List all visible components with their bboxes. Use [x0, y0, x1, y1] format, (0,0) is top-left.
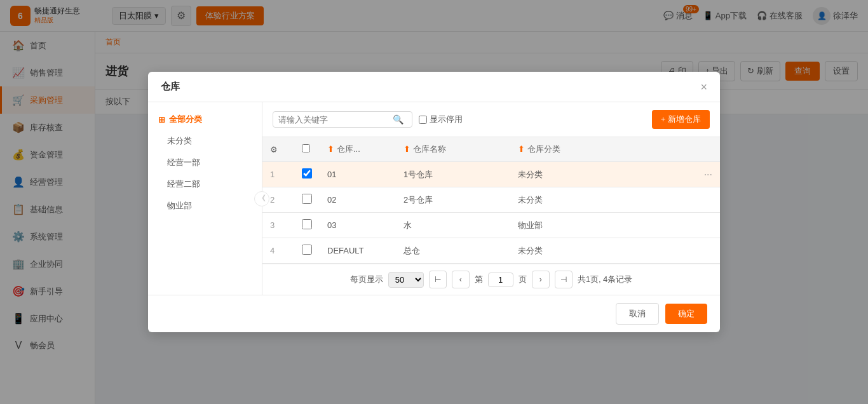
grid-icon: ⊞: [158, 115, 165, 125]
table-row[interactable]: 3 03 水 物业部: [262, 213, 720, 238]
row-category: 物业部: [510, 213, 720, 238]
col-code[interactable]: ⬆仓库...: [320, 137, 396, 162]
page-last-btn[interactable]: ⊣: [555, 271, 573, 288]
page-prev-btn[interactable]: ‹: [452, 271, 470, 288]
search-input[interactable]: [278, 115, 393, 125]
page-input[interactable]: [488, 273, 513, 287]
page-first-btn[interactable]: ⊢: [429, 271, 447, 288]
cancel-btn[interactable]: 取消: [616, 303, 659, 325]
page-end-label: 页: [519, 274, 527, 285]
row-name: 2号仓库: [396, 187, 510, 213]
modal-title: 仓库: [161, 81, 180, 93]
warehouse-table-wrap: ⚙ ⬆仓库... ⬆仓库名称 ⬆仓库分类 1 01 1号仓库 未分类··· 2: [262, 137, 720, 264]
show-disabled-label[interactable]: 显示停用: [419, 114, 463, 125]
row-num: 1: [262, 162, 294, 187]
row-category: 未分类···: [510, 162, 720, 187]
warehouse-table: ⚙ ⬆仓库... ⬆仓库名称 ⬆仓库分类 1 01 1号仓库 未分类··· 2: [262, 137, 720, 264]
warehouse-modal: 仓库 × ⊞ 全部分类 未分类 经营一部 经营二部 物业部 《: [148, 72, 720, 332]
row-checkbox-cell[interactable]: [294, 213, 320, 238]
row-name: 水: [396, 213, 510, 238]
search-bar: 🔍 显示停用 + 新增仓库: [262, 102, 720, 137]
collapse-panel-btn[interactable]: 《: [254, 191, 269, 206]
pagination: 每页显示 50 20 100 ⊢ ‹ 第 页 › ⊣ 共1页, 4条记录: [262, 264, 720, 295]
category-all[interactable]: ⊞ 全部分类: [148, 109, 262, 130]
row-code: 03: [320, 213, 396, 238]
row-num: 3: [262, 213, 294, 238]
modal-footer: 取消 确定: [148, 295, 720, 332]
row-checkbox-cell[interactable]: [294, 162, 320, 187]
modal-header: 仓库 ×: [148, 72, 720, 102]
add-warehouse-btn[interactable]: + 新增仓库: [652, 110, 710, 129]
select-all-checkbox[interactable]: [302, 144, 310, 152]
table-row[interactable]: 4 DEFAULT 总仓 未分类: [262, 238, 720, 264]
col-category[interactable]: ⬆仓库分类: [510, 137, 720, 162]
table-row[interactable]: 2 02 2号仓库 未分类: [262, 187, 720, 213]
row-name: 总仓: [396, 238, 510, 264]
table-header-row: ⚙ ⬆仓库... ⬆仓库名称 ⬆仓库分类: [262, 137, 720, 162]
category-item-unclassified[interactable]: 未分类: [148, 130, 262, 152]
table-row[interactable]: 1 01 1号仓库 未分类···: [262, 162, 720, 187]
row-checkbox-cell[interactable]: [294, 238, 320, 264]
row-code: DEFAULT: [320, 238, 396, 264]
col-checkbox: [294, 137, 320, 162]
modal-close-btn[interactable]: ×: [700, 81, 707, 93]
show-disabled-text: 显示停用: [430, 114, 463, 125]
page-size-select[interactable]: 50 20 100: [388, 272, 424, 288]
search-icon[interactable]: 🔍: [393, 114, 403, 125]
row-category: 未分类: [510, 238, 720, 264]
confirm-btn[interactable]: 确定: [665, 304, 707, 324]
row-checkbox[interactable]: [302, 194, 312, 204]
row-checkbox-cell[interactable]: [294, 187, 320, 213]
collapse-icon: 《: [258, 193, 266, 204]
row-num: 4: [262, 238, 294, 264]
category-item-dept2[interactable]: 经营二部: [148, 173, 262, 195]
category-all-label: 全部分类: [169, 114, 202, 125]
row-checkbox[interactable]: [302, 168, 312, 178]
row-checkbox[interactable]: [302, 219, 312, 229]
row-checkbox[interactable]: [302, 245, 312, 255]
page-size-label: 每页显示: [350, 274, 383, 285]
row-code: 01: [320, 162, 396, 187]
total-label: 共1页, 4条记录: [578, 274, 633, 285]
col-settings: ⚙: [262, 137, 294, 162]
row-code: 02: [320, 187, 396, 213]
category-panel: ⊞ 全部分类 未分类 经营一部 经营二部 物业部 《: [148, 102, 262, 295]
category-item-property[interactable]: 物业部: [148, 195, 262, 217]
row-name: 1号仓库: [396, 162, 510, 187]
more-btn[interactable]: ···: [704, 169, 712, 180]
modal-overlay[interactable]: 仓库 × ⊞ 全部分类 未分类 经营一部 经营二部 物业部 《: [0, 0, 868, 404]
col-name[interactable]: ⬆仓库名称: [396, 137, 510, 162]
modal-body: ⊞ 全部分类 未分类 经营一部 经营二部 物业部 《 🔍: [148, 102, 720, 295]
page-label: 第: [475, 274, 483, 285]
table-panel: 🔍 显示停用 + 新增仓库 ⚙: [262, 102, 720, 295]
show-disabled-checkbox[interactable]: [419, 116, 427, 124]
page-next-btn[interactable]: ›: [532, 271, 550, 288]
row-category: 未分类: [510, 187, 720, 213]
search-input-wrap: 🔍: [273, 111, 412, 128]
category-item-dept1[interactable]: 经营一部: [148, 152, 262, 173]
